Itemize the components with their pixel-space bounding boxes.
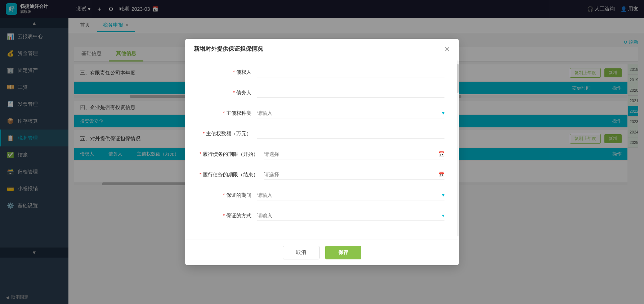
- guarantee-method-arrow: ▾: [442, 213, 444, 218]
- form-row-debtor: * 债务人: [200, 87, 444, 98]
- creditor-label: * 债权人: [200, 69, 257, 76]
- modal-overlay[interactable]: 新增对外提供保证担保情况 ✕ * 债权人 * 债务人: [0, 0, 644, 304]
- form-row-period-end: * 履行债务的期限（结束） 📅: [200, 169, 444, 180]
- modal-title: 新增对外提供保证担保情况: [194, 45, 263, 53]
- debt-type-arrow: ▾: [442, 110, 444, 116]
- period-end-label: * 履行债务的期限（结束）: [200, 172, 264, 178]
- modal-header: 新增对外提供保证担保情况 ✕: [185, 39, 459, 58]
- guarantee-period-label: * 保证的期间: [200, 192, 257, 199]
- guarantee-period-select[interactable]: ▾: [257, 190, 444, 200]
- form-row-guarantee-method: * 保证的方式 ▾: [200, 210, 444, 221]
- period-start-calendar-icon[interactable]: 📅: [438, 151, 444, 157]
- debt-type-label: * 主债权种类: [200, 110, 257, 117]
- debt-type-select[interactable]: ▾: [257, 108, 444, 118]
- cancel-button[interactable]: 取消: [283, 246, 319, 259]
- debtor-input[interactable]: [257, 87, 444, 98]
- debt-amount-input[interactable]: [257, 128, 444, 139]
- debt-amount-label: * 主债权数额（万元）: [200, 131, 257, 137]
- debt-type-input[interactable]: [257, 110, 442, 116]
- modal: 新增对外提供保证担保情况 ✕ * 债权人 * 债务人: [185, 39, 459, 265]
- period-start-date-wrap: 📅: [264, 149, 444, 159]
- guarantee-period-arrow: ▾: [442, 192, 444, 198]
- guarantee-period-input[interactable]: [257, 192, 442, 198]
- creditor-input[interactable]: [257, 67, 444, 77]
- form-row-debt-amount: * 主债权数额（万元）: [200, 128, 444, 139]
- guarantee-method-label: * 保证的方式: [200, 213, 257, 219]
- period-end-calendar-icon[interactable]: 📅: [438, 172, 444, 177]
- period-end-input[interactable]: [264, 172, 438, 177]
- period-start-label: * 履行债务的期限（开始）: [200, 151, 264, 158]
- period-start-input[interactable]: [264, 151, 438, 157]
- modal-scrollbar[interactable]: [457, 60, 459, 236]
- debtor-label: * 债务人: [200, 90, 257, 96]
- modal-body: * 债权人 * 债务人 * 主债权种类: [185, 58, 459, 240]
- guarantee-method-select[interactable]: ▾: [257, 210, 444, 221]
- save-button[interactable]: 保存: [325, 246, 361, 259]
- form-row-period-start: * 履行债务的期限（开始） 📅: [200, 149, 444, 159]
- modal-close-button[interactable]: ✕: [444, 46, 450, 53]
- modal-footer: 取消 保存: [185, 240, 459, 265]
- form-row-creditor: * 债权人: [200, 67, 444, 77]
- period-end-date-wrap: 📅: [264, 169, 444, 180]
- form-row-debt-type: * 主债权种类 ▾: [200, 108, 444, 118]
- modal-scrollbar-thumb: [457, 64, 459, 93]
- guarantee-method-input[interactable]: [257, 213, 442, 218]
- form-row-guarantee-period: * 保证的期间 ▾: [200, 190, 444, 200]
